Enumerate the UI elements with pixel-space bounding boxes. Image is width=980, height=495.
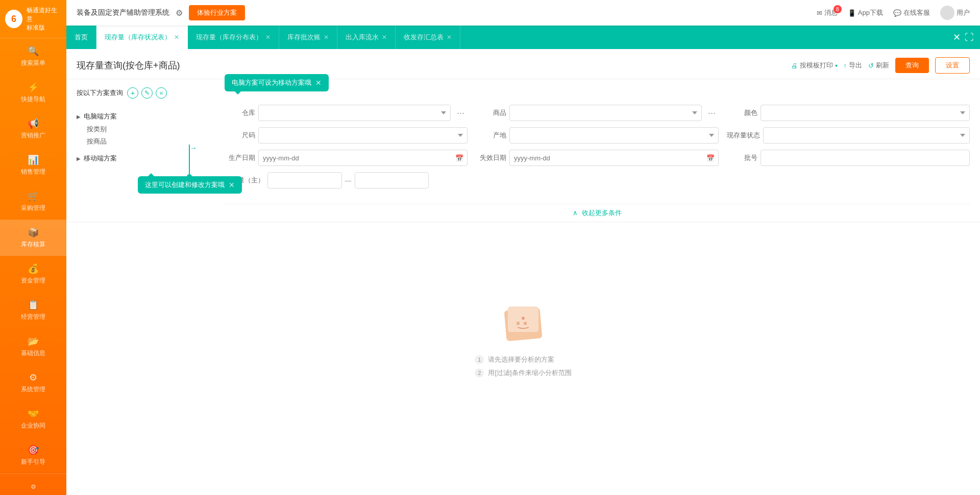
quick-nav-icon: ⚡ bbox=[28, 82, 39, 93]
filter-warehouse: 仓库 ··· bbox=[225, 105, 468, 121]
add-scheme-btn[interactable]: + bbox=[127, 87, 138, 99]
expire-date-input[interactable] bbox=[509, 150, 719, 166]
goods-select[interactable] bbox=[509, 105, 702, 121]
stock-main-to[interactable] bbox=[355, 172, 429, 188]
scheme-group-mobile-header[interactable]: ▶ 移动端方案 bbox=[77, 152, 179, 165]
tab-batch-account[interactable]: 库存批次账 ✕ bbox=[279, 26, 337, 49]
purchase-icon: 🛒 bbox=[28, 191, 39, 202]
user-btn[interactable]: 用户 bbox=[940, 6, 970, 20]
tab-close-in-out-flow[interactable]: ✕ bbox=[382, 34, 387, 41]
filter-goods: 商品 ··· bbox=[476, 105, 719, 121]
export-icon: ↑ bbox=[844, 62, 847, 69]
filter-size: 尺码 bbox=[225, 127, 468, 144]
scheme-group-desktop-header[interactable]: ▶ 电脑端方案 bbox=[77, 110, 179, 123]
back-btn[interactable]: « bbox=[156, 87, 167, 99]
message-btn[interactable]: ✉ 消息 8 bbox=[817, 8, 838, 17]
scheme-item-by-category[interactable]: 按类别 bbox=[77, 123, 179, 135]
page-title: 现存量查询(按仓库+商品) bbox=[77, 59, 180, 72]
empty-hint-1: 1 请先选择要分析的方案 bbox=[475, 355, 571, 364]
scheme-group-mobile: ▶ 移动端方案 bbox=[77, 152, 179, 165]
print-btn[interactable]: 🖨 按模板打印 ▾ bbox=[791, 61, 838, 70]
header: 装备及固定资产辅助管理系统 ⚙ 体验行业方案 ✉ 消息 8 📱 App下载 💬 … bbox=[66, 0, 980, 26]
query-btn[interactable]: 查询 bbox=[895, 58, 929, 73]
refresh-icon: ↺ bbox=[868, 62, 874, 69]
tab-inventory-dist[interactable]: 现存量（库存分布表） ✕ bbox=[188, 26, 279, 49]
stock-main-from[interactable] bbox=[267, 172, 342, 188]
avatar bbox=[940, 6, 954, 20]
tab-collect-summary[interactable]: 收发存汇总表 ✕ bbox=[396, 26, 460, 49]
sidebar: 6 畅通道好生意 标准版 🔍 搜索菜单 ⚡ 快捷导航 📢 营销推广 📊 销售管理… bbox=[0, 0, 66, 495]
message-icon: ✉ bbox=[817, 9, 822, 17]
collapse-btn[interactable]: ∧ 收起更多条件 bbox=[225, 204, 970, 222]
scheme-section: ▶ 电脑端方案 按类别 按商品 ▶ 移动端方案 bbox=[77, 110, 179, 167]
tab-close-inventory-dist[interactable]: ✕ bbox=[265, 34, 271, 41]
warehouse-select[interactable] bbox=[258, 105, 451, 121]
filter-action-buttons: + ✎ « bbox=[127, 87, 167, 99]
filter-label: 按以下方案查询 bbox=[77, 88, 123, 98]
refresh-btn[interactable]: ↺ 刷新 bbox=[868, 61, 889, 70]
page-actions: 🖨 按模板打印 ▾ ↑ 导出 ↺ 刷新 查询 设置 bbox=[791, 57, 970, 74]
empty-text: 1 请先选择要分析的方案 2 用[过滤]条件来缩小分析范围 bbox=[475, 355, 571, 378]
sidebar-item-basic[interactable]: 📂 基础信息 bbox=[0, 328, 66, 365]
batch-no-input[interactable] bbox=[761, 150, 970, 166]
prod-date-cal-icon[interactable]: 📅 bbox=[455, 154, 463, 162]
tab-close-collect-summary[interactable]: ✕ bbox=[447, 34, 452, 41]
system-icon: ⚙ bbox=[29, 372, 37, 383]
scheme-mobile-arrow: ▶ bbox=[77, 156, 81, 161]
sidebar-item-inventory[interactable]: 📦 库存核算 bbox=[0, 220, 66, 256]
sidebar-bottom: ⚙ ◀ bbox=[0, 474, 66, 495]
tooltip-create-scheme: 这里可以创建和修改方案哦 ✕ bbox=[138, 176, 242, 194]
sidebar-item-quick-nav[interactable]: ⚡ 快捷导航 bbox=[0, 75, 66, 111]
operations-icon: 📋 bbox=[28, 299, 39, 311]
industry-btn[interactable]: 体验行业方案 bbox=[189, 5, 245, 20]
sidebar-item-operations[interactable]: 📋 经营管理 bbox=[0, 292, 66, 328]
sidebar-item-guide[interactable]: 🎯 新手引导 bbox=[0, 437, 66, 474]
filter-header: 按以下方案查询 + ✎ « 电脑方案可设为移动方案哦 ✕ bbox=[77, 87, 970, 99]
tab-inventory-status[interactable]: 现存量（库存状况表） ✕ bbox=[96, 26, 188, 49]
empty-icon bbox=[493, 294, 554, 345]
sidebar-item-sales[interactable]: 📊 销售管理 bbox=[0, 147, 66, 183]
sidebar-item-finance[interactable]: 💰 资金管理 bbox=[0, 256, 66, 292]
filter-row-3: 生产日期 📅 失效日期 📅 批号 bbox=[225, 150, 970, 166]
filter-row-1: 仓库 ··· 商品 ··· 颜色 bbox=[225, 105, 970, 121]
app-download-btn[interactable]: 📱 App下载 bbox=[848, 8, 883, 17]
tooltip1-close[interactable]: ✕ bbox=[315, 79, 322, 87]
filter-expire-date: 失效日期 📅 bbox=[476, 150, 719, 166]
inventory-icon: 📦 bbox=[28, 227, 39, 238]
connector-arrow: ← bbox=[190, 145, 197, 153]
sidebar-item-search[interactable]: 🔍 搜索菜单 bbox=[0, 38, 66, 75]
tab-in-out-flow[interactable]: 出入库流水 ✕ bbox=[337, 26, 396, 49]
tab-home[interactable]: 首页 bbox=[66, 26, 96, 49]
color-select[interactable] bbox=[761, 105, 970, 121]
search-icon: 🔍 bbox=[28, 45, 39, 57]
sidebar-settings[interactable]: ⚙ bbox=[28, 480, 39, 493]
fullscreen-btn[interactable]: ⛶ bbox=[965, 32, 974, 43]
export-btn[interactable]: ↑ 导出 bbox=[844, 61, 863, 70]
content-area: 现存量查询(按仓库+商品) 🖨 按模板打印 ▾ ↑ 导出 ↺ 刷新 查询 设置 bbox=[66, 49, 980, 495]
size-select[interactable] bbox=[258, 127, 468, 144]
stock-status-select[interactable] bbox=[763, 127, 970, 144]
set-btn[interactable]: 设置 bbox=[935, 57, 970, 74]
main-area: 装备及固定资产辅助管理系统 ⚙ 体验行业方案 ✉ 消息 8 📱 App下载 💬 … bbox=[66, 0, 980, 495]
close-all-tabs-btn[interactable]: ✕ bbox=[953, 32, 961, 43]
goods-dots[interactable]: ··· bbox=[705, 108, 719, 119]
expire-date-cal-icon[interactable]: 📅 bbox=[706, 154, 715, 162]
sidebar-item-marketing[interactable]: 📢 营销推广 bbox=[0, 111, 66, 147]
edit-scheme-btn[interactable]: ✎ bbox=[141, 87, 153, 99]
sidebar-item-purchase[interactable]: 🛒 采购管理 bbox=[0, 183, 66, 220]
sidebar-nav: 🔍 搜索菜单 ⚡ 快捷导航 📢 营销推广 📊 销售管理 🛒 采购管理 📦 库存核… bbox=[0, 38, 66, 474]
sidebar-item-enterprise[interactable]: 🤝 企业协同 bbox=[0, 401, 66, 437]
stock-main-separator: — bbox=[345, 177, 352, 184]
scheme-item-by-goods[interactable]: 按商品 bbox=[77, 135, 179, 148]
sidebar-item-system[interactable]: ⚙ 系统管理 bbox=[0, 365, 66, 401]
header-left: 装备及固定资产辅助管理系统 ⚙ 体验行业方案 bbox=[77, 5, 245, 20]
warehouse-dots[interactable]: ··· bbox=[454, 108, 468, 119]
origin-select[interactable] bbox=[509, 127, 719, 144]
tooltip2-close[interactable]: ✕ bbox=[229, 181, 235, 189]
header-gear-icon[interactable]: ⚙ bbox=[176, 8, 183, 18]
prod-date-input[interactable] bbox=[258, 150, 468, 166]
online-support-btn[interactable]: 💬 在线客服 bbox=[893, 8, 930, 17]
tab-close-batch-account[interactable]: ✕ bbox=[324, 34, 329, 41]
tab-close-inventory-status[interactable]: ✕ bbox=[174, 34, 179, 41]
prod-date-wrap: 📅 bbox=[258, 150, 468, 166]
